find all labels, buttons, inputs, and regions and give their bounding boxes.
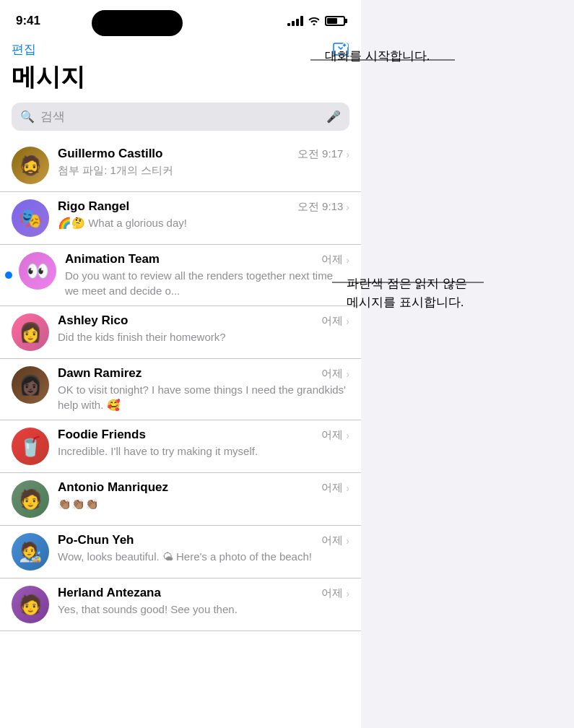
- avatar-foodie: 🥤: [12, 428, 49, 465]
- message-header-foodie: Foodie Friends 어제 ›: [58, 428, 349, 442]
- chevron-icon: ›: [346, 588, 349, 599]
- message-time-antonio: 어제 ›: [321, 481, 349, 495]
- chevron-icon: ›: [346, 202, 349, 213]
- message-item-pochun[interactable]: 🧑‍🎨 Po-Chun Yeh 어제 › Wow, looks beautifu…: [0, 526, 361, 578]
- message-content-pochun: Po-Chun Yeh 어제 › Wow, looks beautiful. 🌤…: [58, 533, 349, 564]
- message-time-herland: 어제 ›: [321, 586, 349, 600]
- message-content-rigo: Rigo Rangel 오전 9:13 › 🌈🤔 What a glorious…: [58, 199, 349, 230]
- message-header-dawn: Dawn Ramirez 어제 ›: [58, 366, 349, 381]
- search-input[interactable]: 검색: [40, 108, 321, 125]
- avatar-guillermo: 🧔: [12, 147, 49, 184]
- message-name-antonio: Antonio Manriquez: [58, 480, 168, 495]
- unread-dot: [5, 272, 12, 279]
- signal-icon: [287, 16, 303, 26]
- search-bar[interactable]: 🔍 검색 🎤: [12, 103, 349, 131]
- message-preview-herland: Yes, that sounds good! See you then.: [58, 602, 349, 617]
- message-header-pochun: Po-Chun Yeh 어제 ›: [58, 533, 349, 547]
- message-content-foodie: Foodie Friends 어제 › Incredible. I'll hav…: [58, 428, 349, 459]
- message-preview-guillermo: 첨부 파일: 1개의 스티커: [58, 162, 349, 178]
- chevron-icon: ›: [346, 149, 349, 160]
- message-preview-ashley: Did the kids finish their homework?: [58, 329, 349, 344]
- message-list: 🧔 Guillermo Castillo 오전 9:17 › 첨부 파일: 1개…: [0, 139, 361, 631]
- message-item-foodie[interactable]: 🥤 Foodie Friends 어제 › Incredible. I'll h…: [0, 420, 361, 473]
- message-content-guillermo: Guillermo Castillo 오전 9:17 › 첨부 파일: 1개의 …: [58, 147, 349, 178]
- message-name-dawn: Dawn Ramirez: [58, 366, 142, 381]
- phone-frame: 9:41 편집: [0, 0, 361, 728]
- message-content-herland: Herland Antezana 어제 › Yes, that sounds g…: [58, 586, 349, 617]
- chevron-icon: ›: [346, 535, 349, 547]
- message-time-guillermo: 오전 9:17 ›: [297, 147, 349, 161]
- message-preview-foodie: Incredible. I'll have to try making it m…: [58, 443, 349, 459]
- message-content-ashley: Ashley Rico 어제 › Did the kids finish the…: [58, 313, 349, 344]
- chevron-icon: ›: [346, 430, 349, 441]
- header-top: 편집: [12, 40, 349, 58]
- message-name-pochun: Po-Chun Yeh: [58, 533, 134, 547]
- avatar-animation: 👀: [19, 252, 56, 290]
- mic-icon[interactable]: 🎤: [326, 110, 341, 124]
- message-header-ashley: Ashley Rico 어제 ›: [58, 313, 349, 328]
- message-time-rigo: 오전 9:13 ›: [297, 200, 349, 214]
- message-preview-dawn: OK to visit tonight? I have some things …: [58, 382, 349, 412]
- avatar-pochun: 🧑‍🎨: [12, 533, 49, 571]
- message-time-foodie: 어제 ›: [321, 428, 349, 442]
- wifi-icon: [308, 15, 321, 27]
- message-preview-pochun: Wow, looks beautiful. 🌤 Here's a photo o…: [58, 549, 349, 564]
- message-item-dawn[interactable]: 👩🏿 Dawn Ramirez 어제 › OK to visit tonight…: [0, 359, 361, 420]
- message-content-dawn: Dawn Ramirez 어제 › OK to visit tonight? I…: [58, 366, 349, 412]
- message-time-pochun: 어제 ›: [321, 534, 349, 547]
- message-header-guillermo: Guillermo Castillo 오전 9:17 ›: [58, 147, 349, 161]
- status-icons: [287, 15, 345, 27]
- compose-button[interactable]: [332, 40, 349, 58]
- header: 편집 메시지 🔍 검색 🎤: [0, 40, 361, 131]
- message-item-animation[interactable]: 👀 Animation Team 어제 › Do you want to rev…: [0, 245, 361, 306]
- message-header-rigo: Rigo Rangel 오전 9:13 ›: [58, 199, 349, 214]
- message-name-foodie: Foodie Friends: [58, 428, 146, 442]
- unread-annotation-text: 파란색 점은 읽지 않은메시지를 표시합니다.: [347, 274, 467, 311]
- message-preview-antonio: 👏🏽👏🏽👏🏽: [58, 496, 349, 511]
- message-item-ashley[interactable]: 👩 Ashley Rico 어제 › Did the kids finish t…: [0, 306, 361, 359]
- message-item-guillermo[interactable]: 🧔 Guillermo Castillo 오전 9:17 › 첨부 파일: 1개…: [0, 139, 361, 192]
- chevron-icon: ›: [346, 482, 349, 494]
- message-time-animation: 어제 ›: [321, 253, 349, 266]
- message-content-antonio: Antonio Manriquez 어제 › 👏🏽👏🏽👏🏽: [58, 480, 349, 511]
- avatar-antonio: 🧑: [12, 480, 49, 518]
- avatar-dawn: 👩🏿: [12, 366, 49, 404]
- page-title: 메시지: [12, 61, 349, 94]
- message-name-guillermo: Guillermo Castillo: [58, 147, 162, 161]
- message-name-rigo: Rigo Rangel: [58, 199, 129, 214]
- message-content-animation: Animation Team 어제 › Do you want to revie…: [65, 252, 349, 298]
- chevron-icon: ›: [346, 368, 349, 380]
- battery-icon: [325, 16, 345, 26]
- message-header-antonio: Antonio Manriquez 어제 ›: [58, 480, 349, 495]
- search-icon: 🔍: [20, 110, 35, 124]
- message-item-rigo[interactable]: 🎭 Rigo Rangel 오전 9:13 › 🌈🤔 What a glorio…: [0, 192, 361, 245]
- message-time-ashley: 어제 ›: [321, 314, 349, 328]
- chevron-icon: ›: [346, 254, 349, 266]
- message-preview-animation: Do you want to review all the renders to…: [65, 268, 349, 298]
- message-header-animation: Animation Team 어제 ›: [65, 252, 349, 266]
- message-item-antonio[interactable]: 🧑 Antonio Manriquez 어제 › 👏🏽👏🏽👏🏽: [0, 473, 361, 526]
- message-name-ashley: Ashley Rico: [58, 313, 128, 328]
- message-item-herland[interactable]: 🧑 Herland Antezana 어제 › Yes, that sounds…: [0, 578, 361, 631]
- status-time: 9:41: [16, 14, 40, 28]
- message-name-herland: Herland Antezana: [58, 586, 161, 600]
- message-header-herland: Herland Antezana 어제 ›: [58, 586, 349, 600]
- message-time-dawn: 어제 ›: [321, 367, 349, 381]
- message-name-animation: Animation Team: [65, 252, 160, 266]
- avatar-ashley: 👩: [12, 313, 49, 351]
- avatar-rigo: 🎭: [12, 199, 49, 237]
- dynamic-island: [92, 10, 183, 36]
- avatar-herland: 🧑: [12, 586, 49, 623]
- chevron-icon: ›: [346, 316, 349, 327]
- edit-button[interactable]: 편집: [12, 41, 36, 58]
- message-preview-rigo: 🌈🤔 What a glorious day!: [58, 215, 349, 230]
